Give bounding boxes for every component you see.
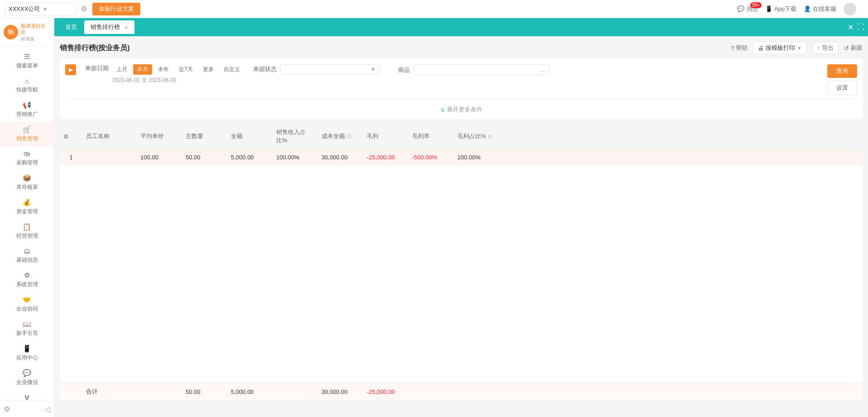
sales-mgmt-label: 销售管理 [16,135,38,143]
purchase-mgmt-icon: 🛍 [24,150,30,158]
sidebar-item-finance-mgmt[interactable]: 💰 资金管理 [0,195,54,219]
quick-nav-icon: ⌂ [25,77,29,85]
filter-status-section: 单据状态 ▼ [253,64,380,74]
msg-btn[interactable]: 💬 消息 99+ [737,5,758,13]
sales-mgmt-icon: 🛒 [23,125,31,134]
marketing-icon: 📢 [23,101,31,109]
app-center-label: 应用中心 [16,354,38,362]
query-btn[interactable]: 查询 [827,64,857,78]
msg-icon: 💬 [737,5,744,12]
goods-input[interactable]: ... [413,64,549,76]
inventory-icon: 📦 [23,174,31,182]
date-option-row: 上月 本月 本年 近7天 更多 自定义 [112,64,244,75]
date-opt-last-month[interactable]: 上月 [112,64,131,75]
footer-label: 合计 [82,383,137,400]
purchase-mgmt-label: 采购管理 [16,159,38,167]
sidebar-item-quick-nav[interactable]: ⌂ 快捷导航 [0,73,54,97]
tab-sales-ranking[interactable]: 销售排行榜 × [84,20,134,34]
sidebar-item-enterprise-wechat[interactable]: 💬 企业微信 [0,365,54,390]
th-cost-label: 成本全额 [321,132,345,140]
company-selector[interactable]: XXXXX公司 ▼ [5,3,77,15]
sidebar-item-member[interactable]: V 畅会员 [0,390,54,401]
sidebar-item-beginner-guide[interactable]: 📖 新手引导 [0,316,54,341]
date-opt-more[interactable]: 更多 [199,64,218,75]
footer-empty [60,383,82,400]
date-opt-7days[interactable]: 近7天 [175,64,197,75]
help-btn[interactable]: ? 帮助 [731,44,748,52]
profit-pct-sort-icon[interactable]: ⇅ [488,134,491,139]
sidebar-item-app-center[interactable]: 📱 应用中心 [0,341,54,365]
sidebar-nav: ☰ 搜索菜单 ⌂ 快捷导航 📢 营销推广 🛒 销售管理 🛍 采购管理 [0,47,54,401]
app-download-btn[interactable]: 📱 App下载 [765,5,796,13]
filter-toggle[interactable]: ▶ [65,64,76,75]
sidebar-item-marketing[interactable]: 📢 营销推广 [0,97,54,122]
user-avatar[interactable] [844,3,856,15]
online-service-btn[interactable]: 👤 在线客服 [804,5,836,13]
date-opt-current-month[interactable]: 本月 [133,64,152,75]
industry-btn[interactable]: 体验行业方案 [92,3,140,15]
finance-mgmt-icon: 💰 [23,198,31,206]
gear-icon: ⚙ [81,5,87,13]
refresh-label: 刷新 [851,44,863,52]
tab-fullscreen-btn[interactable]: ⛶ [857,23,864,31]
member-icon: V [24,393,29,401]
company-name: XXXXX公司 [9,5,40,13]
sidebar-item-search-order[interactable]: ☰ 搜索菜单 [0,49,54,73]
top-bar: XXXXX公司 ▼ ⚙ 体验行业方案 💬 消息 99+ 📱 App下载 👤 在线… [0,0,868,18]
help-icon: ? [731,45,734,52]
tab-close-btn[interactable]: ✕ [848,23,854,32]
table-header: ⚙ 员工名称 平均单价 主数量 全额 [60,124,863,149]
filter-goods-section: 商品 ... [398,64,549,76]
settings-col-icon[interactable]: ⚙ [63,133,69,140]
sidebar-item-purchase-mgmt[interactable]: 🛍 采购管理 [0,146,54,170]
th-main-qty-label: 主数量 [186,132,203,140]
tab-home[interactable]: 首页 [58,19,84,35]
footer-profit-value: -25,000.00 [367,388,395,395]
cost-info-icon[interactable]: ⓘ [346,133,351,140]
app-center-icon: 📱 [23,345,31,353]
sidebar-item-system-mgmt[interactable]: ⚙ 系统管理 [0,268,54,292]
print-btn[interactable]: 🖨 按模板打印 ▼ [753,42,806,54]
content-area: 首页 销售排行榜 × ✕ ⛶ 销售排行榜(按业务员) ? [54,18,868,417]
sidebar-settings-icon[interactable]: ⚙ [4,405,10,413]
expand-more-btn[interactable]: ∨ 展开更多条件 [441,105,482,114]
date-opt-custom[interactable]: 自定义 [220,64,244,75]
filter-section: ▶ 单据日期 上月 本月 本年 近7天 [60,59,863,119]
avg-price-value: 100.00 [140,154,158,161]
sidebar-item-sales-mgmt[interactable]: 🛒 销售管理 [0,122,54,146]
basic-info-label: 基础信息 [16,256,38,264]
th-profit-pct: 毛利占比% ⇅ [454,124,499,149]
td-avg-price: 100.00 [137,149,182,165]
tab-bar-right: ✕ ⛶ [848,23,864,32]
sidebar-item-basic-info[interactable]: 🗂 基础信息 [0,244,54,268]
footer-profit-pct [454,383,499,400]
export-icon: ↑ [817,45,820,52]
tab-close-icon[interactable]: × [125,24,128,31]
print-arrow-icon: ▼ [797,46,801,51]
footer-profit-rate [408,383,454,400]
td-sales-pct: 100.00% [273,149,318,165]
sidebar-item-inventory[interactable]: 📦 库存核算 [0,170,54,195]
th-sales-pct: 销售收入占比% [273,124,318,149]
sidebar-item-enterprise-collab[interactable]: 🤝 企业协同 [0,292,54,316]
operation-mgmt-label: 经营管理 [16,232,38,240]
th-sales-pct-label: 销售收入占比% [276,128,314,144]
print-icon: 🖨 [758,45,764,52]
status-select[interactable]: ▼ [280,64,380,74]
date-opt-this-year[interactable]: 本年 [154,64,173,75]
gear-btn[interactable]: ⚙ [81,5,87,13]
settings-btn[interactable]: 设置 [827,81,857,95]
beginner-guide-icon: 📖 [23,320,31,328]
sidebar-collapse-icon[interactable]: ◁ [45,405,50,413]
profit-pct-value: 100.00% [457,154,480,161]
page-header: 销售排行榜(按业务员) ? 帮助 🖨 按模板打印 ▼ ↑ [60,42,863,54]
sidebar-logo: 畅 畅康通好生意 标准版 [0,18,54,47]
profit-value: -25,000.00 [367,154,395,161]
footer-amount: 5,000.00 [227,383,273,400]
sidebar-item-operation-mgmt[interactable]: 📋 经营管理 [0,219,54,244]
status-label: 单据状态 [253,65,277,73]
basic-info-icon: 🗂 [24,247,30,255]
export-btn[interactable]: ↑ 导出 [812,42,839,54]
refresh-btn[interactable]: ↺ 刷新 [844,44,863,52]
enterprise-collab-label: 企业协同 [16,305,38,313]
